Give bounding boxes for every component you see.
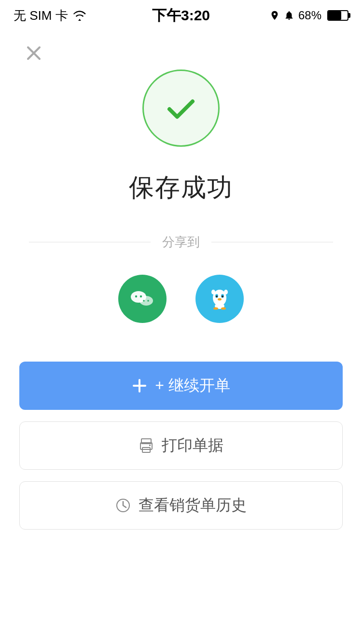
svg-point-3 [139, 296, 153, 306]
qq-icon [205, 284, 234, 313]
alarm-icon [284, 10, 294, 21]
success-icon-circle [142, 70, 220, 147]
share-divider: 分享到 [0, 234, 362, 251]
svg-point-5 [140, 295, 142, 297]
divider-line-left [29, 242, 151, 242]
location-icon [269, 10, 280, 21]
close-button[interactable] [19, 39, 48, 68]
svg-point-6 [143, 300, 145, 302]
history-label: 查看销货单历史 [139, 495, 247, 516]
checkmark-icon [162, 89, 200, 127]
svg-point-13 [218, 298, 222, 301]
status-carrier: 无 SIM 卡 [14, 7, 86, 24]
wechat-icon [128, 284, 157, 313]
success-title: 保存成功 [129, 171, 233, 205]
plus-icon [132, 378, 147, 393]
status-bar: 无 SIM 卡 下午3:20 68% [0, 0, 362, 31]
main-content: 保存成功 分享到 [0, 31, 362, 530]
status-time: 下午3:20 [152, 6, 210, 26]
svg-point-12 [222, 295, 223, 297]
history-button[interactable]: 查看销货单历史 [19, 481, 343, 530]
history-icon [115, 498, 131, 513]
battery-percent: 68% [298, 9, 321, 22]
carrier-text: 无 SIM 卡 [14, 7, 68, 24]
svg-point-18 [224, 290, 228, 294]
svg-point-4 [135, 295, 137, 297]
svg-point-16 [221, 308, 226, 310]
svg-point-17 [211, 290, 215, 294]
continue-button[interactable]: + 继续开单 [19, 362, 343, 410]
qq-share-button[interactable] [195, 275, 244, 323]
share-label: 分享到 [151, 234, 211, 251]
status-right: 68% [269, 9, 348, 22]
print-label: 打印单据 [162, 435, 223, 456]
svg-point-15 [213, 308, 218, 310]
divider-line-right [211, 242, 333, 242]
svg-rect-24 [149, 445, 151, 446]
wifi-icon [73, 10, 86, 21]
print-button[interactable]: 打印单据 [19, 421, 343, 470]
battery-icon [327, 10, 348, 21]
print-icon [139, 438, 154, 453]
actions-container: + 继续开单 打印单据 查看销货单历史 [0, 362, 362, 530]
close-icon [24, 43, 43, 63]
wechat-share-button[interactable] [118, 275, 167, 323]
share-icons-container [118, 275, 244, 323]
svg-point-7 [147, 300, 149, 302]
continue-label: + 继续开单 [155, 375, 230, 396]
svg-point-11 [216, 295, 218, 297]
